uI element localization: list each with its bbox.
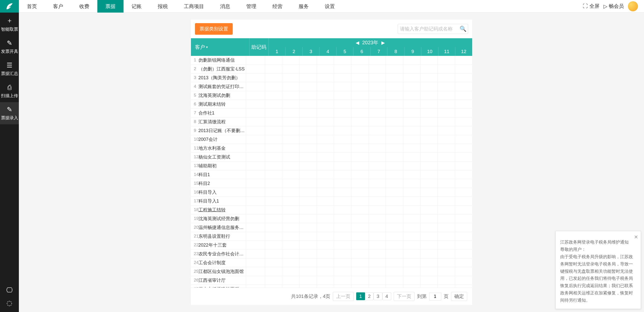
customer-name[interactable]: 汇算清缴流程 bbox=[197, 119, 246, 125]
goto-confirm-button[interactable]: 确定 bbox=[451, 292, 467, 301]
month-cell[interactable] bbox=[403, 258, 420, 267]
month-cell[interactable] bbox=[437, 232, 455, 241]
month-cell[interactable] bbox=[386, 135, 403, 144]
customer-name[interactable]: 科目1 bbox=[197, 172, 246, 178]
customer-name[interactable]: 2013日记账（不要删除哈，谢... bbox=[197, 128, 246, 134]
month-cell[interactable] bbox=[351, 285, 369, 288]
month-cell[interactable] bbox=[334, 232, 351, 241]
nav-item-0[interactable]: 首页 bbox=[19, 0, 45, 13]
month-cell[interactable] bbox=[282, 118, 299, 126]
month-cell[interactable] bbox=[317, 232, 334, 241]
month-cell[interactable] bbox=[265, 214, 282, 223]
nav-item-4[interactable]: 记账 bbox=[124, 0, 150, 13]
month-cell[interactable] bbox=[334, 82, 351, 91]
month-cell[interactable] bbox=[455, 153, 472, 161]
month-cell[interactable] bbox=[420, 91, 438, 100]
month-cell[interactable] bbox=[265, 100, 282, 108]
month-cell[interactable] bbox=[334, 170, 351, 179]
month-cell[interactable] bbox=[317, 276, 334, 285]
month-cell[interactable] bbox=[282, 206, 299, 214]
month-cell[interactable] bbox=[265, 118, 282, 126]
month-cell[interactable] bbox=[265, 197, 282, 205]
month-cell[interactable] bbox=[317, 179, 334, 188]
month-cell[interactable] bbox=[437, 109, 455, 117]
month-cell[interactable] bbox=[420, 162, 438, 170]
month-cell[interactable] bbox=[369, 135, 386, 144]
month-cell[interactable] bbox=[403, 118, 420, 126]
month-cell[interactable] bbox=[455, 126, 472, 135]
month-cell[interactable] bbox=[386, 118, 403, 126]
month-cell[interactable] bbox=[351, 214, 369, 223]
month-cell[interactable] bbox=[420, 206, 438, 214]
month-cell[interactable] bbox=[282, 153, 299, 161]
page-number-4[interactable]: 4 bbox=[382, 292, 391, 300]
month-cell[interactable] bbox=[420, 232, 438, 241]
month-cell[interactable] bbox=[437, 197, 455, 205]
month-cell[interactable] bbox=[437, 65, 455, 73]
month-cell[interactable] bbox=[282, 258, 299, 267]
month-cell[interactable] bbox=[282, 214, 299, 223]
month-cell[interactable] bbox=[282, 188, 299, 197]
month-cell[interactable] bbox=[386, 126, 403, 135]
month-cell[interactable] bbox=[299, 276, 317, 285]
month-cell[interactable] bbox=[420, 135, 438, 144]
month-cell[interactable] bbox=[386, 91, 403, 100]
member-button[interactable]: ▷畅会员 bbox=[603, 3, 624, 10]
month-cell[interactable] bbox=[265, 135, 282, 144]
month-cell[interactable] bbox=[317, 241, 334, 249]
month-cell[interactable] bbox=[334, 206, 351, 214]
month-cell[interactable] bbox=[317, 82, 334, 91]
month-cell[interactable] bbox=[351, 267, 369, 276]
month-cell[interactable] bbox=[420, 170, 438, 179]
month-cell[interactable] bbox=[317, 214, 334, 223]
month-cell[interactable] bbox=[455, 250, 472, 258]
month-cell[interactable] bbox=[437, 153, 455, 161]
month-cell[interactable] bbox=[403, 109, 420, 117]
month-cell[interactable] bbox=[282, 197, 299, 205]
month-cell[interactable] bbox=[420, 197, 438, 205]
month-cell[interactable] bbox=[299, 135, 317, 144]
month-cell[interactable] bbox=[334, 250, 351, 258]
month-cell[interactable] bbox=[334, 241, 351, 249]
th-month-11[interactable]: 11 bbox=[438, 47, 455, 56]
month-cell[interactable] bbox=[369, 250, 386, 258]
month-cell[interactable] bbox=[265, 82, 282, 91]
month-cell[interactable] bbox=[455, 285, 472, 288]
nav-item-3[interactable]: 票据 bbox=[97, 0, 124, 13]
month-cell[interactable] bbox=[265, 109, 282, 117]
month-cell[interactable] bbox=[455, 144, 472, 152]
month-cell[interactable] bbox=[403, 267, 420, 276]
month-cell[interactable] bbox=[455, 206, 472, 214]
customer-name[interactable]: 2007会计 bbox=[197, 136, 246, 142]
customer-name[interactable]: 2013（陶美芳勿删） bbox=[197, 75, 246, 81]
fullscreen-button[interactable]: ⛶全屏 bbox=[583, 3, 599, 10]
month-cell[interactable] bbox=[455, 100, 472, 108]
customer-name[interactable]: 地方水利基金 bbox=[197, 145, 246, 151]
month-cell[interactable] bbox=[351, 73, 369, 82]
sidebar-item-1[interactable]: ✎发票开具 bbox=[0, 36, 19, 58]
app-logo[interactable] bbox=[0, 0, 19, 13]
close-icon[interactable]: ✕ bbox=[634, 233, 638, 241]
month-cell[interactable] bbox=[351, 223, 369, 232]
month-cell[interactable] bbox=[403, 206, 420, 214]
month-cell[interactable] bbox=[351, 206, 369, 214]
month-cell[interactable] bbox=[265, 144, 282, 152]
nav-item-9[interactable]: 经营 bbox=[264, 0, 291, 13]
month-cell[interactable] bbox=[420, 73, 438, 82]
customer-name[interactable]: 杨仙女工资测试 bbox=[197, 154, 246, 160]
month-cell[interactable] bbox=[317, 170, 334, 179]
month-cell[interactable] bbox=[369, 144, 386, 152]
month-cell[interactable] bbox=[369, 179, 386, 188]
month-cell[interactable] bbox=[317, 109, 334, 117]
month-cell[interactable] bbox=[282, 241, 299, 249]
month-cell[interactable] bbox=[317, 162, 334, 170]
help-icon[interactable]: ◌ bbox=[7, 299, 12, 307]
month-cell[interactable] bbox=[351, 153, 369, 161]
month-cell[interactable] bbox=[403, 223, 420, 232]
customer-name[interactable]: 科目2 bbox=[197, 180, 246, 186]
customer-name[interactable]: 工会会计制度 bbox=[197, 260, 246, 266]
month-cell[interactable] bbox=[403, 162, 420, 170]
month-cell[interactable] bbox=[386, 162, 403, 170]
month-cell[interactable] bbox=[369, 214, 386, 223]
month-cell[interactable] bbox=[351, 82, 369, 91]
